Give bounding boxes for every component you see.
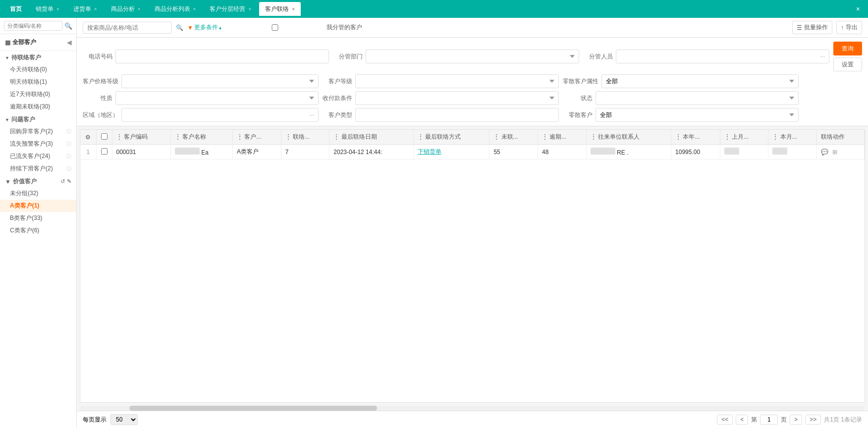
sidebar-churn-warning[interactable]: 流失预警客户(3) ⓘ (0, 138, 76, 150)
nav-purchase-close[interactable]: × (94, 6, 97, 12)
setting-button[interactable]: 设置 (833, 57, 862, 71)
sidebar-declining[interactable]: 持续下滑客户(2) ⓘ (0, 162, 76, 175)
problem-customers-group[interactable]: ▼ 问题客户 (0, 113, 76, 125)
col-type[interactable]: ⋮ 客户... (233, 130, 281, 145)
last-page-button[interactable]: >> (805, 415, 821, 425)
col-code[interactable]: ⋮ 客户编码 (112, 130, 170, 145)
sidebar-search-input[interactable] (4, 21, 62, 31)
region-input[interactable]: ··· (121, 108, 319, 122)
pending-contact-group[interactable]: ▼ 待联络客户 (0, 51, 76, 63)
batch-op-button[interactable]: ☰ 批量操作 (792, 21, 832, 34)
nav-customer-layer[interactable]: 客户分层经营 × (204, 2, 257, 16)
price-grade-label: 客户价格等级 (83, 77, 118, 86)
cell-overdue: 48 (538, 145, 587, 160)
sidebar-search-container: 🔍 (0, 18, 76, 34)
all-customers-item[interactable]: ▦ 全部客户 ◀ (0, 34, 76, 51)
value-customers-group[interactable]: ▼ 价值客户 ↺ ✎ (0, 175, 76, 187)
sidebar-tomorrow-pending[interactable]: 明天待联络(1) (0, 76, 76, 88)
select-all-checkbox[interactable] (101, 133, 108, 140)
price-grade-select[interactable] (121, 74, 319, 88)
qr-icon[interactable]: ⊞ (832, 149, 837, 156)
col-last-date[interactable]: ⋮ 最后联络日期 (329, 130, 413, 145)
sidebar-a-class[interactable]: A类客户(1) (0, 200, 76, 212)
filter-row-3: 性质 收付款条件 状态 (83, 91, 862, 105)
nav-sales-close[interactable]: × (56, 6, 59, 12)
retail-attr-select[interactable]: 全部 (601, 74, 799, 88)
nav-product-list-close[interactable]: × (193, 6, 196, 12)
export-button[interactable]: ↑ 导出 (836, 21, 862, 34)
edit-icon[interactable]: ✎ (67, 178, 71, 185)
row-checkbox[interactable] (101, 148, 108, 155)
my-customers-checkbox-label[interactable]: 我分管的客户 (225, 23, 362, 32)
refresh-icon[interactable]: ↺ (60, 178, 65, 185)
more-filters-button[interactable]: ▼ 更多条件 ▴ (187, 23, 221, 32)
close-all-button[interactable]: × (852, 3, 864, 15)
col-contact-person[interactable]: ⋮ 往来单位联系人 (586, 130, 671, 145)
col-contact-count[interactable]: ⋮ 联络... (281, 130, 329, 145)
customer-grade-select[interactable] (355, 74, 558, 88)
nav-customer-layer-close[interactable]: × (248, 6, 251, 12)
col-this-year[interactable]: ⋮ 本年... (671, 130, 720, 145)
first-page-button[interactable]: << (717, 415, 733, 425)
dept-label: 分管部门 (333, 53, 363, 61)
scrollbar-thumb[interactable] (129, 406, 377, 411)
this-month-blurred (772, 148, 787, 155)
cell-name: Ea (170, 145, 232, 160)
col-last-method[interactable]: ⋮ 最后联络方式 (413, 130, 489, 145)
nav-home[interactable]: 首页 (4, 2, 28, 16)
page-input[interactable] (760, 415, 778, 425)
col-name[interactable]: ⋮ 客户名称 (170, 130, 232, 145)
sidebar-collapse-icon[interactable]: ◀ (67, 39, 71, 46)
col-uncontacted[interactable]: ⋮ 未联... (489, 130, 538, 145)
retail-customer-select[interactable]: 全部 (596, 108, 799, 122)
col-gear[interactable]: ⚙ (80, 130, 96, 145)
cell-code: 000031 (112, 145, 170, 160)
query-button[interactable]: 查询 (833, 42, 862, 55)
my-customers-checkbox[interactable] (225, 24, 325, 31)
status-field: 状态 (563, 91, 799, 105)
sidebar-7days-pending[interactable]: 近7天待联络(0) (0, 88, 76, 101)
cell-checkbox[interactable] (96, 145, 112, 160)
last-month-blurred (724, 148, 739, 155)
customer-type-input[interactable] (355, 108, 558, 122)
phone-label: 电话号码 (83, 53, 112, 61)
sidebar-unclassified[interactable]: 未分组(32) (0, 187, 76, 200)
chat-icon[interactable]: 💬 (821, 149, 828, 156)
search-icon[interactable]: 🔍 (176, 24, 183, 31)
nav-purchase[interactable]: 进货单 × (67, 2, 103, 16)
sidebar-overdue-pending[interactable]: 逾期未联络(30) (0, 101, 76, 113)
pending-triangle: ▼ (5, 55, 9, 60)
nav-customer-contact-close[interactable]: × (292, 6, 295, 12)
sidebar-c-class[interactable]: C类客户(6) (0, 224, 76, 237)
payment-select[interactable] (355, 91, 558, 105)
phone-input[interactable] (115, 50, 329, 63)
sidebar-repurchase-anomaly[interactable]: 回购异常客户(2) ⓘ (0, 125, 76, 138)
sidebar-search-icon[interactable]: 🔍 (64, 22, 72, 30)
total-records: 共1页 1条记录 (824, 416, 862, 424)
dept-select[interactable] (366, 50, 579, 63)
sidebar-today-pending[interactable]: 今天待联络(0) (0, 63, 76, 76)
horizontal-scrollbar[interactable] (80, 406, 865, 411)
prev-page-button[interactable]: < (736, 415, 748, 425)
person-label: 分管人员 (583, 53, 613, 61)
col-overdue[interactable]: ⋮ 逾期... (538, 130, 587, 145)
cell-last-method[interactable]: 下销货单 (413, 145, 489, 160)
nature-select[interactable] (115, 91, 319, 105)
nav-sales[interactable]: 销货单 × (30, 2, 65, 16)
status-select[interactable] (596, 91, 799, 105)
next-page-button[interactable]: > (790, 415, 802, 425)
sidebar-b-class[interactable]: B类客户(33) (0, 212, 76, 224)
nav-product-analysis[interactable]: 商品分析 × (105, 2, 147, 16)
search-input[interactable] (83, 22, 172, 34)
nav-customer-contact[interactable]: 客户联络 × (259, 2, 301, 16)
col-select-all[interactable] (96, 130, 112, 145)
nav-product-analysis-close[interactable]: × (138, 6, 141, 12)
col-last-month[interactable]: ⋮ 上月... (720, 130, 768, 145)
person-input[interactable]: ··· (616, 50, 829, 63)
sidebar-churned[interactable]: 已流失客户(24) ⓘ (0, 150, 76, 162)
data-table-container: ⚙ ⋮ 客户编码 ⋮ 客户名称 ⋮ 客户... ⋮ 联络... (80, 129, 865, 403)
col-actions: 联络动作 (817, 130, 865, 145)
nav-product-list[interactable]: 商品分析列表 × (149, 2, 202, 16)
col-this-month[interactable]: ⋮ 本月... (768, 130, 817, 145)
page-size-select[interactable]: 50 20 100 (110, 414, 138, 425)
